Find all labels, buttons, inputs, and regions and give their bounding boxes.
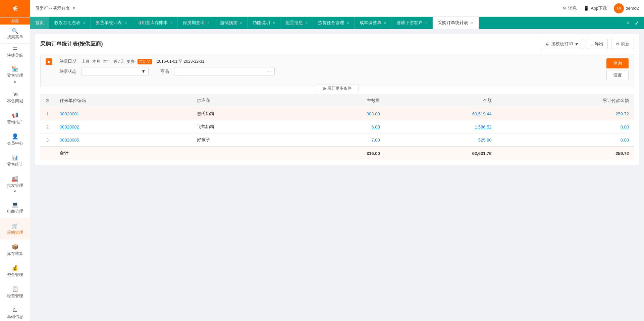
row-unit-code[interactable]: 00020002 <box>55 120 192 133</box>
row-index: 2 <box>40 120 55 133</box>
row-paid-amount[interactable]: 259.72 <box>497 107 634 120</box>
maximize-button[interactable]: ⤢ <box>633 20 641 26</box>
tab-close-usable-stock[interactable]: × <box>170 21 172 25</box>
tabbar-controls: × ⤢ <box>625 20 644 26</box>
sidebar-item-finance[interactable]: 💰 资金管理 <box>0 261 30 282</box>
col-header-unit-code: 往来单位编码 <box>55 94 192 107</box>
tab-config-info[interactable]: 配置信息 × <box>280 17 313 29</box>
workspace-selector[interactable]: 母婴行业演示账套 ▼ <box>35 5 559 11</box>
query-button[interactable]: 查询 <box>606 58 629 68</box>
shortcut-more[interactable]: 更多 <box>127 59 135 64</box>
avatar: Ea <box>614 3 624 13</box>
export-icon: ↓ <box>591 42 593 47</box>
user-profile[interactable]: Ea demo2 <box>614 3 639 13</box>
tab-goods-stat[interactable]: 要货单统计表 × <box>91 17 132 29</box>
topbar-right: ✉ 消息 📱 App下载 Ea demo2 <box>563 3 639 13</box>
sidebar-item-wholesale[interactable]: 🏭 批发管理 ▼ <box>0 171 30 197</box>
collapse-filter-button[interactable]: ▶ <box>46 58 52 65</box>
custom-date-badge[interactable]: 自定义 <box>138 59 152 64</box>
print-button[interactable]: 🖨 按模板打印 ▼ <box>541 39 583 49</box>
tab-close-config-info[interactable]: × <box>306 21 308 25</box>
tab-cost-adjust[interactable]: 成本调整单 × <box>355 17 391 29</box>
workspace-dropdown-icon: ▼ <box>72 6 76 11</box>
table-row[interactable]: 2 00020002 飞鹤奶粉 6.00 1,586.52 0.00 <box>40 120 634 133</box>
export-button[interactable]: ↓ 导出 <box>587 39 608 49</box>
sidebar-item-member[interactable]: 👤 会员中心 <box>0 129 30 150</box>
tab-close-overstock[interactable]: × <box>240 21 242 25</box>
shortcut-7days[interactable]: 近7天 <box>114 59 124 64</box>
row-amount[interactable]: 525.80 <box>385 133 497 147</box>
tab-close-cost-adjust[interactable]: × <box>384 21 386 25</box>
sidebar-item-retail-shop[interactable]: 🛍 零售商城 <box>0 87 30 108</box>
date-shortcuts: 上月 本月 本年 近7天 更多 自定义 <box>82 59 152 64</box>
row-main-qty[interactable]: 303.00 <box>296 107 385 120</box>
status-dropdown-icon: ▼ <box>141 69 146 74</box>
message-button[interactable]: ✉ 消息 <box>563 5 577 11</box>
sidebar-item-quicknav[interactable]: ☰ 快捷导航 <box>0 44 30 61</box>
workspace-label: 母婴行业演示账套 <box>35 5 70 11</box>
sidebar-item-inventory[interactable]: 📦 库存核算 <box>0 239 30 261</box>
sidebar-item-basic[interactable]: 🗂 基础信息 <box>0 303 30 321</box>
tab-home[interactable]: 首页 <box>30 17 49 29</box>
status-select[interactable]: ▼ <box>82 67 149 75</box>
tab-pick-task[interactable]: 拣货任务管理 × <box>313 17 354 29</box>
sidebar-item-search[interactable]: 🔍 搜索英单 <box>0 24 30 44</box>
column-settings-icon[interactable]: ⚙ <box>45 98 50 103</box>
row-supplier: 惠氏奶粉 <box>192 107 296 120</box>
tab-usable-stock[interactable]: 可用量库存账本 × <box>132 17 178 29</box>
app-download-button[interactable]: 📱 App下载 <box>584 5 607 11</box>
main-area: 母婴行业演示账套 ▼ ✉ 消息 📱 App下载 Ea demo2 首页 <box>30 0 644 321</box>
data-table: ⚙ 往来单位编码 供应商 主数量 金额 累计付款金额 1 00020001 惠氏… <box>40 94 634 160</box>
tab-close-pick-task[interactable]: × <box>347 21 349 25</box>
row-unit-code[interactable]: 00020001 <box>55 107 192 120</box>
retail-arrow: ▲ <box>13 79 17 83</box>
logo-text: 标题 <box>0 17 30 24</box>
shortcut-this-year[interactable]: 本年 <box>103 59 111 64</box>
row-amount[interactable]: 60,519.44 <box>385 107 497 120</box>
refresh-button[interactable]: ↺ 刷新 <box>611 39 634 49</box>
footer-amount: 62,631.76 <box>385 147 497 160</box>
row-unit-code[interactable]: 00020005 <box>55 133 192 147</box>
row-main-qty[interactable]: 6.00 <box>296 120 385 133</box>
table-row[interactable]: 3 00020005 好孩子 7.00 525.80 0.00 <box>40 133 634 147</box>
table-row[interactable]: 1 00020001 惠氏奶粉 303.00 60,519.44 259.72 <box>40 107 634 120</box>
tab-purchase-stat[interactable]: 采购订单统计表 × <box>433 17 478 29</box>
tab-close-collect-pay[interactable]: × <box>83 21 85 25</box>
tab-close-func-desc[interactable]: × <box>273 21 275 25</box>
sidebar-item-retail[interactable]: 🏪 零售管理 ▲ <box>0 61 30 87</box>
tab-expiry-query[interactable]: 保质期查询 × <box>178 17 215 29</box>
sidebar-item-purchase[interactable]: 🛒 采购管理 <box>0 218 30 239</box>
close-all-tabs-button[interactable]: × <box>625 20 631 26</box>
expand-more-button[interactable]: ⊕ 展开更多条件 <box>316 85 359 92</box>
tab-func-desc[interactable]: 功能说明 × <box>248 17 280 29</box>
date-label: 单据日期 <box>59 58 76 64</box>
row-paid-amount[interactable]: 0.00 <box>497 120 634 133</box>
filter-area: ▶ 单据日期 上月 本月 本年 近7天 更多 自定义 <box>40 54 634 87</box>
message-icon: ✉ <box>563 6 567 11</box>
tab-overstock[interactable]: 超储预警 × <box>215 17 248 29</box>
tab-invite-downstream[interactable]: 邀请下游客户 × <box>391 17 433 29</box>
row-index: 3 <box>40 133 55 147</box>
row-index: 1 <box>40 107 55 120</box>
tab-close-purchase-stat[interactable]: × <box>471 21 473 25</box>
tab-close-invite-downstream[interactable]: × <box>425 21 427 25</box>
shortcut-last-month[interactable]: 上月 <box>82 59 90 64</box>
sidebar-item-ecom[interactable]: 💻 电商管理 <box>0 197 30 218</box>
tab-close-expiry-query[interactable]: × <box>207 21 209 25</box>
tabbar: 首页 收发存汇总表 × 要货单统计表 × 可用量库存账本 × 保质期查询 × 超… <box>30 17 644 29</box>
print-dropdown-icon: ▼ <box>575 42 579 47</box>
shortcut-this-month[interactable]: 本月 <box>92 59 100 64</box>
row-main-qty[interactable]: 7.00 <box>296 133 385 147</box>
page-title: 采购订单统计表(按供应商) <box>40 41 103 48</box>
row-paid-amount[interactable]: 0.00 <box>497 133 634 147</box>
col-header-supplier: 供应商 <box>192 94 296 107</box>
sidebar-item-retail-stat[interactable]: 📊 零售统计 <box>0 150 30 171</box>
goods-input[interactable]: ··· <box>174 67 275 75</box>
settings-button[interactable]: 设置 <box>606 70 629 80</box>
sidebar-item-ops[interactable]: 📋 经营管理 <box>0 282 30 303</box>
tab-collect-pay[interactable]: 收发存汇总表 × <box>49 17 91 29</box>
row-amount[interactable]: 1,586.52 <box>385 120 497 133</box>
col-header-paid-amount: 累计付款金额 <box>497 94 634 107</box>
tab-close-goods-stat[interactable]: × <box>124 21 126 25</box>
sidebar-item-marketing[interactable]: 📢 营销推广 <box>0 108 30 129</box>
